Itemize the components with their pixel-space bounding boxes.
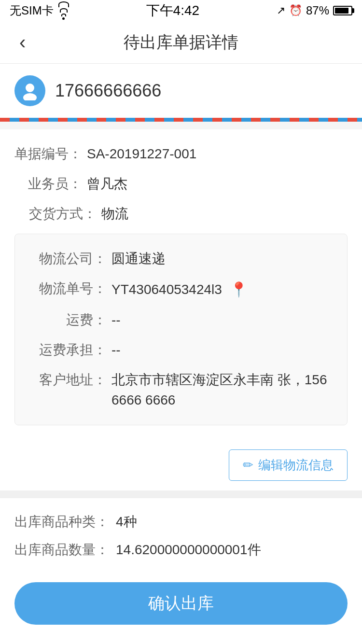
svg-point-1 <box>23 93 37 100</box>
back-button[interactable]: ‹ <box>14 27 30 58</box>
product-quantity-row: 出库商品数量： 14.620000000000001件 <box>14 541 348 559</box>
tracking-number-label: 物流单号： <box>29 279 107 299</box>
sales-person-value: 曾凡杰 <box>87 174 348 194</box>
summary-section: 出库商品种类： 4种 出库商品数量： 14.620000000000001件 <box>0 498 362 574</box>
confirm-button[interactable]: 确认出库 <box>14 582 348 625</box>
tracking-number-row: 物流单号： YT43064053424l3 📍 <box>29 279 333 300</box>
edit-logistics-button[interactable]: ✏ 编辑物流信息 <box>229 449 348 481</box>
freight-bear-value: -- <box>111 340 333 360</box>
product-types-value: 4种 <box>116 513 137 531</box>
logistics-company-row: 物流公司： 圆通速递 <box>29 249 333 269</box>
product-quantity-value: 14.620000000000001件 <box>116 541 261 559</box>
status-bar: 无SIM卡 下午4:42 ↗ ⏰ 87% <box>0 0 362 21</box>
logistics-company-label: 物流公司： <box>29 249 107 269</box>
freight-bear-row: 运费承担： -- <box>29 340 333 360</box>
status-bar-right: ↗ ⏰ 87% <box>277 4 352 17</box>
order-info-section: 单据编号： SA-20191227-001 业务员： 曾凡杰 交货方式： 物流 … <box>0 129 362 440</box>
address-label: 客户地址： <box>29 370 107 390</box>
map-pin-icon[interactable]: 📍 <box>230 279 248 300</box>
dashed-separator <box>0 118 362 122</box>
nav-bar: ‹ 待出库单据详情 <box>0 21 362 64</box>
freight-row: 运费： -- <box>29 310 333 330</box>
user-icon <box>20 81 40 100</box>
alarm-icon: ⏰ <box>289 4 302 17</box>
avatar <box>14 75 45 106</box>
delivery-method-row: 交货方式： 物流 <box>14 204 348 224</box>
address-row: 客户地址： 北京市市辖区海淀区永丰南 张，156 6666 6666 <box>29 370 333 410</box>
order-number-value: SA-20191227-001 <box>87 144 348 164</box>
sales-person-label: 业务员： <box>14 174 82 194</box>
tracking-number-value: YT43064053424l3 📍 <box>111 279 333 300</box>
battery-icon <box>333 6 352 15</box>
carrier-label: 无SIM卡 <box>10 3 54 18</box>
freight-value: -- <box>111 310 333 330</box>
edit-btn-row: ✏ 编辑物流信息 <box>0 440 362 490</box>
edit-btn-label: 编辑物流信息 <box>258 457 334 474</box>
address-value: 北京市市辖区海淀区永丰南 张，156 6666 6666 <box>111 370 333 410</box>
confirm-btn-label: 确认出库 <box>148 592 214 615</box>
confirm-btn-container: 确认出库 <box>0 573 362 644</box>
status-bar-left: 无SIM卡 <box>10 1 69 20</box>
delivery-method-value: 物流 <box>101 204 348 224</box>
section-divider <box>0 490 362 498</box>
product-quantity-label: 出库商品数量： <box>14 541 111 559</box>
page-title: 待出库单据详情 <box>124 31 238 54</box>
location-status-icon: ↗ <box>277 4 285 17</box>
edit-icon: ✏ <box>243 458 253 473</box>
order-number-row: 单据编号： SA-20191227-001 <box>14 144 348 164</box>
logistics-company-value: 圆通速递 <box>111 249 333 269</box>
svg-point-0 <box>26 84 34 92</box>
order-number-label: 单据编号： <box>14 144 82 164</box>
main-content: 17666666666 单据编号： SA-20191227-001 业务员： 曾… <box>0 64 362 644</box>
freight-bear-label: 运费承担： <box>29 340 107 360</box>
status-bar-time: 下午4:42 <box>146 1 200 20</box>
delivery-method-label: 交货方式： <box>14 204 97 224</box>
user-section: 17666666666 <box>0 64 362 118</box>
wifi-icon <box>58 1 69 20</box>
logistics-card: 物流公司： 圆通速递 物流单号： YT43064053424l3 📍 运费： -… <box>14 234 348 425</box>
battery-percent: 87% <box>306 4 329 17</box>
sales-person-row: 业务员： 曾凡杰 <box>14 174 348 194</box>
product-types-row: 出库商品种类： 4种 <box>14 513 348 531</box>
user-phone: 17666666666 <box>55 81 161 101</box>
product-types-label: 出库商品种类： <box>14 513 111 531</box>
freight-label: 运费： <box>29 310 107 330</box>
